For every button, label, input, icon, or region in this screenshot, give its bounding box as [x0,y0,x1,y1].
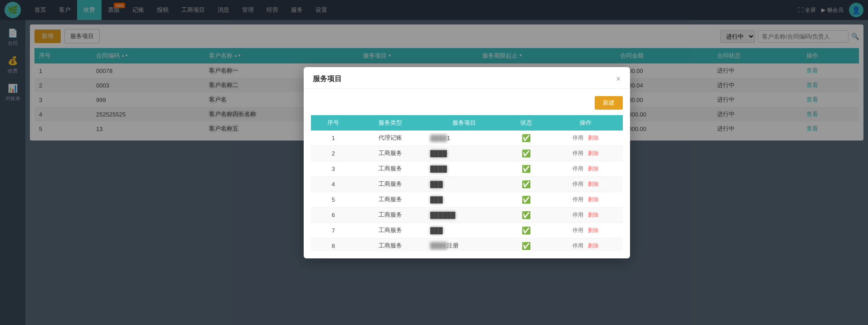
delete-button[interactable]: 删除 [588,150,599,157]
delete-button[interactable]: 删除 [588,227,599,234]
status-check-icon: ✅ [522,150,531,157]
modal-table-row: 8 工商服务 ████注册 ✅ 停用 删除 [311,238,623,251]
modal-scroll-area[interactable]: 序号 服务类型 服务项目 状态 操作 1 代理记账 ████1 ✅ 停用 [311,115,623,251]
status-check-icon: ✅ [522,211,531,219]
status-check-icon: ✅ [522,196,531,204]
modal-table-header: 序号 服务类型 服务项目 状态 操作 [311,115,623,131]
delete-button[interactable]: 删除 [588,196,599,204]
modal-header: 服务项目 × [304,67,630,89]
modal-col-action: 操作 [548,115,622,131]
modal-table-row: 4 工商服务 ███ ✅ 停用 删除 [311,176,623,192]
modal-table-row: 7 工商服务 ███ ✅ 停用 删除 [311,223,623,238]
modal-col-type: 服务类型 [356,115,425,131]
modal-toolbar: 新建 [311,96,623,110]
modal-table-row: 6 工商服务 ██████ ✅ 停用 删除 [311,207,623,223]
modal-body: 新建 序号 服务类型 服务项目 状态 操作 1 代理记账 [304,89,630,258]
modal-col-item: 服务项目 [425,115,503,131]
status-check-icon: ✅ [522,134,531,142]
status-check-icon: ✅ [522,165,531,173]
modal-table-row: 1 代理记账 ████1 ✅ 停用 删除 [311,131,623,146]
disable-button[interactable]: 停用 [572,134,583,142]
modal-title: 服务项目 [313,74,342,84]
modal-table-row: 2 工商服务 ████ ✅ 停用 删除 [311,146,623,161]
modal-table-body: 1 代理记账 ████1 ✅ 停用 删除 2 工商服务 ████ ✅ [311,131,623,251]
modal-table-row: 3 工商服务 ████ ✅ 停用 删除 [311,161,623,176]
delete-button[interactable]: 删除 [588,211,599,219]
status-check-icon: ✅ [522,227,531,234]
delete-button[interactable]: 删除 [588,242,599,250]
modal-table-row: 5 工商服务 ███ ✅ 停用 删除 [311,192,623,207]
disable-button[interactable]: 停用 [572,180,583,188]
new-service-button[interactable]: 新建 [595,96,623,110]
disable-button[interactable]: 停用 [572,150,583,157]
modal-col-status: 状态 [504,115,549,131]
delete-button[interactable]: 删除 [588,165,599,173]
disable-button[interactable]: 停用 [572,196,583,204]
status-check-icon: ✅ [522,180,531,188]
delete-button[interactable]: 删除 [588,134,599,142]
disable-button[interactable]: 停用 [572,211,583,219]
delete-button[interactable]: 删除 [588,180,599,188]
disable-button[interactable]: 停用 [572,227,583,234]
modal-col-seq: 序号 [311,115,356,131]
disable-button[interactable]: 停用 [572,242,583,250]
status-check-icon: ✅ [522,242,531,250]
disable-button[interactable]: 停用 [572,165,583,173]
service-table: 序号 服务类型 服务项目 状态 操作 1 代理记账 ████1 ✅ 停用 [311,115,623,251]
service-items-modal: 服务项目 × 新建 序号 服务类型 服务项目 状态 操作 1 [304,67,630,258]
modal-close-button[interactable]: × [616,74,621,84]
